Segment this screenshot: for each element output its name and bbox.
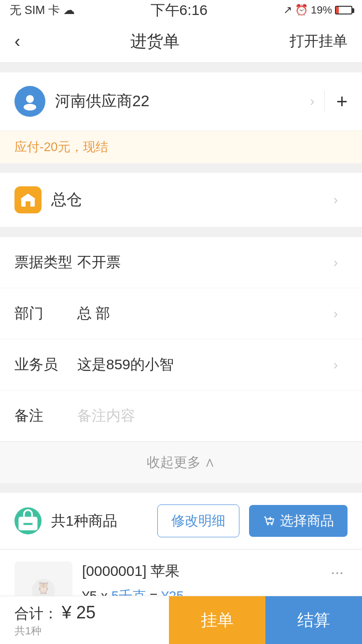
nav-bar: ‹ 进货单 打开挂单 — [0, 20, 362, 63]
department-label: 部门 — [14, 304, 77, 323]
form-card: 票据类型 不开票 › 部门 总 部 › 业务员 这是859的小智 › 备注 备注… — [0, 237, 362, 441]
total-row: 合计： ¥ 25 — [14, 602, 154, 624]
bottom-bar: 合计： ¥ 25 共1种 挂单 结算 — [0, 596, 362, 644]
open-hang-button[interactable]: 打开挂单 — [290, 31, 348, 51]
remark-row[interactable]: 备注 备注内容 — [0, 390, 362, 441]
section-gap-1 — [0, 63, 362, 72]
remark-label: 备注 — [14, 406, 77, 426]
svg-point-7 — [267, 523, 269, 525]
products-icon — [14, 507, 42, 534]
page-title: 进货单 — [130, 30, 180, 53]
warehouse-row[interactable]: 总仓 › — [0, 173, 362, 227]
chevron-right-icon-4: › — [334, 306, 338, 322]
svg-point-1 — [24, 104, 36, 111]
salesman-value: 这是859的小智 — [77, 355, 334, 375]
remark-input[interactable]: 备注内容 — [77, 406, 348, 426]
location-icon: ↗ — [283, 4, 292, 16]
supplier-card: 河南供应商22 › + 应付-20元，现结 — [0, 72, 362, 163]
department-row[interactable]: 部门 总 部 › — [0, 288, 362, 339]
salesman-row[interactable]: 业务员 这是859的小智 › — [0, 339, 362, 390]
chevron-right-icon-3: › — [334, 255, 338, 270]
bottom-total: 合计： ¥ 25 共1种 — [0, 596, 169, 644]
chevron-right-icon-2: › — [334, 192, 338, 208]
svg-point-0 — [26, 95, 34, 103]
ticket-type-row[interactable]: 票据类型 不开票 › — [0, 237, 362, 288]
product-name: [0000001] 苹果 — [82, 561, 317, 581]
chevron-right-icon: › — [310, 94, 314, 109]
supplier-name: 河南供应商22 — [55, 91, 310, 112]
product-title: 苹果 — [151, 563, 180, 579]
products-count: 共1种商品 — [51, 511, 148, 531]
select-product-label: 选择商品 — [280, 512, 334, 530]
total-sub: 共1种 — [14, 624, 154, 638]
warehouse-card[interactable]: 总仓 › — [0, 173, 362, 227]
back-button[interactable]: ‹ — [14, 31, 20, 52]
svg-rect-6 — [23, 523, 33, 525]
section-gap-2 — [0, 163, 362, 173]
total-amount: ¥ 25 — [62, 602, 96, 623]
status-bar: 无 SIM 卡 ☁ 下午6:16 ↗ ⏰ 19% — [0, 0, 362, 20]
select-product-button[interactable]: 选择商品 — [249, 505, 348, 537]
battery-text: 19% — [311, 4, 332, 16]
supplier-row[interactable]: 河南供应商22 › + — [0, 72, 362, 131]
collapse-more-button[interactable]: 收起更多 ∧ — [0, 441, 362, 483]
alarm-icon: ⏰ — [295, 4, 308, 16]
products-header: 共1种商品 修改明细 选择商品 — [0, 493, 362, 549]
edit-detail-button[interactable]: 修改明细 — [157, 504, 239, 537]
product-code: [0000001] — [82, 563, 146, 579]
salesman-label: 业务员 — [14, 355, 77, 375]
warehouse-icon — [14, 186, 42, 213]
department-value: 总 部 — [77, 304, 334, 323]
checkout-button[interactable]: 结算 — [265, 596, 362, 644]
svg-point-8 — [271, 523, 273, 525]
warehouse-name: 总仓 — [51, 189, 334, 210]
signal-text: 无 SIM 卡 ☁ — [10, 2, 75, 18]
svg-rect-4 — [26, 201, 30, 207]
cart-icon — [263, 514, 276, 528]
status-right: ↗ ⏰ 19% — [283, 4, 352, 16]
chevron-right-icon-5: › — [334, 357, 338, 373]
status-left: 无 SIM 卡 ☁ — [10, 2, 75, 18]
svg-marker-3 — [20, 194, 36, 199]
supplier-avatar — [14, 86, 45, 117]
section-gap-3 — [0, 227, 362, 237]
product-more-button[interactable]: ··· — [327, 561, 348, 583]
svg-text:🦉: 🦉 — [36, 581, 51, 595]
ticket-type-value: 不开票 — [77, 252, 334, 272]
supplier-notice: 应付-20元，现结 — [0, 131, 362, 163]
battery-icon — [335, 6, 352, 14]
total-label: 合计： — [14, 604, 58, 624]
hang-order-button[interactable]: 挂单 — [169, 596, 265, 644]
ticket-type-label: 票据类型 — [14, 252, 77, 272]
status-time: 下午6:16 — [151, 0, 208, 20]
add-supplier-button[interactable]: + — [324, 91, 348, 112]
